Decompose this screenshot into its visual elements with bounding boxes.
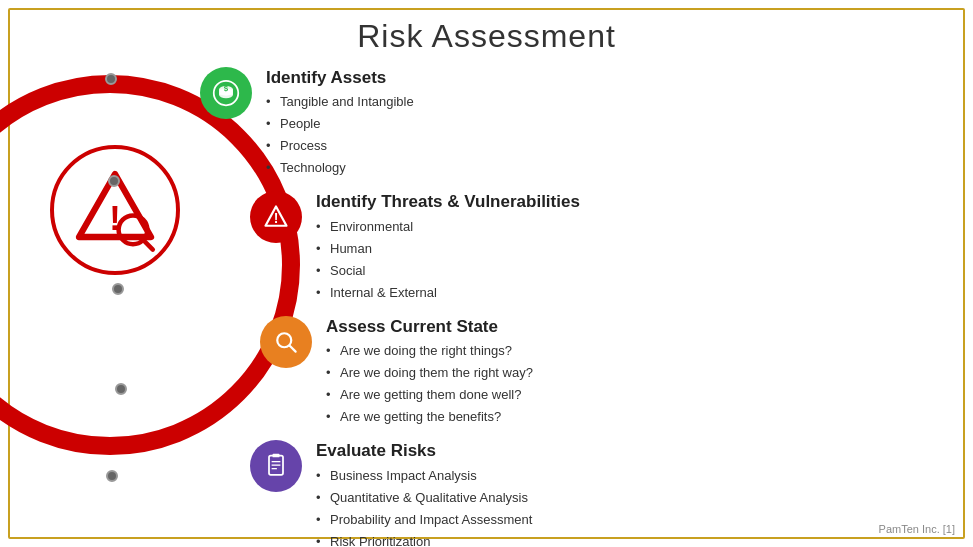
- step-identify-assets: $ Identify Assets Tangible and Intangibl…: [200, 65, 953, 179]
- step-1-label: Identify Assets: [266, 65, 496, 89]
- step-4-bullets: Business Impact Analysis Quantitative & …: [316, 463, 546, 548]
- step-3-content: Assess Current State Are we doing the ri…: [326, 314, 556, 428]
- bullet-item: Tangible and Intangible: [266, 91, 496, 113]
- bullet-item: Are we getting the benefits?: [326, 406, 556, 428]
- bullet-item: Social: [316, 260, 580, 282]
- icon-assess-current: [260, 316, 312, 368]
- dot-2: [108, 175, 120, 187]
- svg-line-3: [143, 240, 153, 250]
- steps-container: $ Identify Assets Tangible and Intangibl…: [200, 65, 953, 517]
- step-4-label: Evaluate Risks: [316, 438, 546, 462]
- dot-1: [105, 73, 117, 85]
- bullet-item: Human: [316, 238, 580, 260]
- bullet-item: People: [266, 113, 496, 135]
- bullet-item: Are we doing them the right way?: [326, 362, 556, 384]
- bullet-item: Are we doing the right things?: [326, 340, 556, 362]
- step-3-bullets: Are we doing the right things? Are we do…: [326, 338, 556, 428]
- step-assess-current: Assess Current State Are we doing the ri…: [260, 314, 953, 428]
- icon-identify-threats: !: [250, 191, 302, 243]
- bullet-item: Probability and Impact Assessment: [316, 509, 546, 531]
- step-4-content: Evaluate Risks Business Impact Analysis …: [316, 438, 546, 547]
- center-warning-icon: !: [50, 145, 180, 275]
- step-2-label: Identify Threats & Vulnerabilities: [316, 189, 580, 213]
- step-1-bullets: Tangible and Intangible People Process T…: [266, 89, 496, 179]
- step-2-bullets: Environmental Human Social Internal & Ex…: [316, 214, 580, 304]
- svg-text:$: $: [224, 84, 229, 93]
- step-3-label: Assess Current State: [326, 314, 556, 338]
- dot-3: [112, 283, 124, 295]
- icon-identify-assets: $: [200, 67, 252, 119]
- bullet-item: Risk Prioritization: [316, 531, 546, 547]
- bullet-item: Technology: [266, 157, 496, 179]
- svg-text:!: !: [274, 211, 279, 227]
- main-content: ! $ Identif: [0, 65, 973, 547]
- step-2-content: Identify Threats & Vulnerabilities Envir…: [316, 189, 580, 303]
- bullet-item: Business Impact Analysis: [316, 465, 546, 487]
- svg-rect-19: [273, 454, 280, 458]
- credit-text: PamTen Inc. [1]: [879, 523, 955, 535]
- step-1-content: Identify Assets Tangible and Intangible …: [266, 65, 496, 179]
- dot-4: [115, 383, 127, 395]
- bullet-item: Quantitative & Qualitative Analysis: [316, 487, 546, 509]
- bullet-item: Internal & External: [316, 282, 580, 304]
- bullet-item: Process: [266, 135, 496, 157]
- svg-line-14: [290, 345, 296, 351]
- bullet-item: Environmental: [316, 216, 580, 238]
- bullet-item: Are we getting them done well?: [326, 384, 556, 406]
- step-identify-threats: ! Identify Threats & Vulnerabilities Env…: [250, 189, 953, 303]
- step-evaluate-risks: Evaluate Risks Business Impact Analysis …: [250, 438, 953, 547]
- dot-5: [106, 470, 118, 482]
- icon-evaluate-risks: [250, 440, 302, 492]
